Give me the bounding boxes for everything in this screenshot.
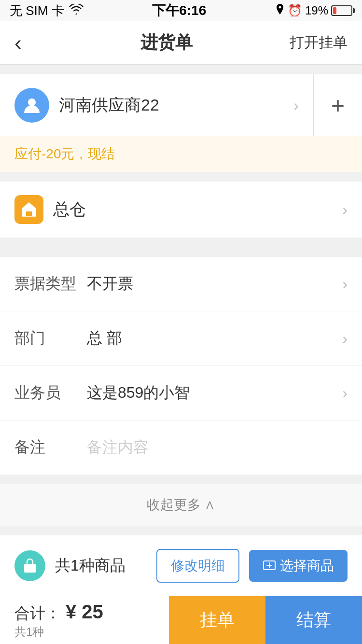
invoice-value: 不开票 bbox=[77, 273, 337, 294]
gap-1 bbox=[0, 65, 362, 74]
total-count: 共1种 bbox=[14, 624, 154, 640]
remark-input[interactable]: 备注内容 bbox=[77, 437, 348, 458]
back-button[interactable]: ‹ bbox=[14, 31, 43, 55]
svg-rect-1 bbox=[26, 211, 32, 216]
select-product-button[interactable]: 选择商品 bbox=[249, 550, 348, 582]
product-header: 共1种商品 修改明细 选择商品 bbox=[0, 535, 362, 596]
warehouse-name: 总仓 bbox=[53, 198, 337, 221]
gap-2 bbox=[0, 238, 362, 247]
alarm-icon: ⏰ bbox=[288, 4, 302, 17]
supplier-section: 河南供应商22 › + bbox=[0, 74, 362, 136]
warehouse-chevron-icon: › bbox=[342, 201, 348, 219]
sales-chevron-icon: › bbox=[342, 384, 348, 402]
page-title: 进货单 bbox=[140, 31, 193, 55]
total-amount: ¥ 25 bbox=[66, 601, 103, 623]
select-product-label: 选择商品 bbox=[280, 557, 334, 575]
add-supplier-button[interactable]: + bbox=[314, 92, 362, 119]
status-right: ⏰ 19% bbox=[275, 3, 352, 18]
dept-label: 部门 bbox=[14, 328, 77, 349]
form-section: 票据类型 不开票 › 部门 总 部 › 业务员 这是859的小智 › 备注 备注… bbox=[0, 257, 362, 475]
hang-order-button[interactable]: 挂单 bbox=[169, 596, 265, 644]
total-label: 合计： bbox=[14, 603, 61, 624]
chevron-right-icon: › bbox=[293, 97, 299, 114]
warning-bar: 应付-20元，现结 bbox=[0, 136, 362, 172]
product-icon bbox=[14, 550, 45, 581]
remark-label: 备注 bbox=[14, 437, 77, 458]
open-pending-button[interactable]: 打开挂单 bbox=[290, 33, 348, 53]
remark-row[interactable]: 备注 备注内容 bbox=[0, 420, 362, 475]
collapse-button[interactable]: 收起更多 ∧ bbox=[0, 484, 362, 526]
invoice-chevron-icon: › bbox=[342, 275, 348, 293]
battery-text: 19% bbox=[305, 4, 328, 17]
battery-icon bbox=[331, 5, 352, 16]
edit-detail-button[interactable]: 修改明细 bbox=[156, 549, 239, 583]
nav-bar: ‹ 进货单 打开挂单 bbox=[0, 21, 362, 65]
sales-value: 这是859的小智 bbox=[77, 382, 337, 404]
status-left: 无 SIM 卡 bbox=[10, 2, 84, 19]
footer-total: 合计： ¥ 25 共1种 bbox=[0, 601, 169, 640]
svg-rect-2 bbox=[24, 564, 36, 573]
invoice-label: 票据类型 bbox=[14, 273, 77, 294]
location-icon bbox=[275, 3, 285, 18]
dept-chevron-icon: › bbox=[342, 330, 348, 348]
supplier-avatar bbox=[14, 88, 49, 123]
invoice-type-row[interactable]: 票据类型 不开票 › bbox=[0, 257, 362, 311]
warehouse-section[interactable]: 总仓 › bbox=[0, 182, 362, 238]
supplier-name: 河南供应商22 bbox=[59, 94, 289, 116]
supplier-selector[interactable]: 河南供应商22 › bbox=[0, 74, 314, 136]
footer: 合计： ¥ 25 共1种 挂单 结算 bbox=[0, 596, 362, 644]
dept-row[interactable]: 部门 总 部 › bbox=[0, 311, 362, 366]
checkout-button[interactable]: 结算 bbox=[265, 596, 362, 644]
sales-row[interactable]: 业务员 这是859的小智 › bbox=[0, 366, 362, 420]
warehouse-icon bbox=[14, 195, 43, 224]
status-bar: 无 SIM 卡 下午6:16 ⏰ 19% bbox=[0, 0, 362, 21]
carrier-text: 无 SIM 卡 bbox=[10, 2, 64, 19]
svg-point-0 bbox=[28, 98, 36, 106]
sales-label: 业务员 bbox=[14, 382, 77, 404]
status-time: 下午6:16 bbox=[152, 1, 206, 20]
product-count: 共1种商品 bbox=[55, 555, 147, 576]
dept-value: 总 部 bbox=[77, 328, 337, 349]
wifi-icon bbox=[69, 3, 84, 18]
